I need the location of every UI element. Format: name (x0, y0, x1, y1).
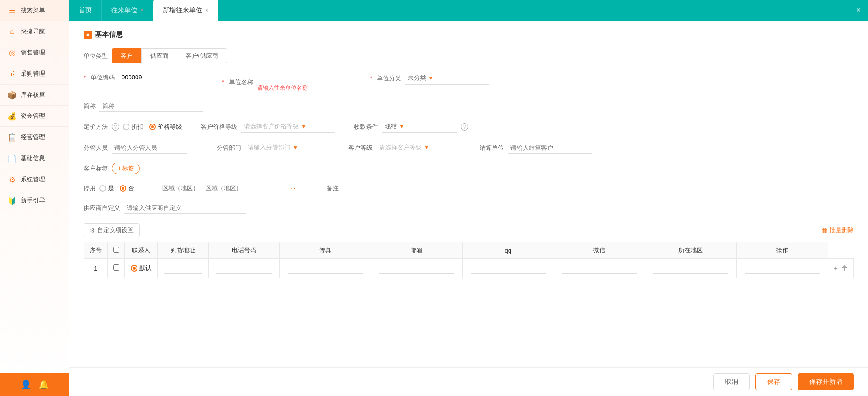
bell-icon[interactable]: 🔔 (38, 380, 49, 390)
customer-price-level-label: 客户价格等级 (201, 123, 237, 131)
chevron-down-icon: ▼ (424, 144, 429, 151)
unit-code-name-row: * 单位编码 * 单位名称 请输入往来单位名称 * 单位分类 (84, 72, 854, 92)
cell-wechat (645, 259, 737, 278)
supplier-custom-row: 供应商自定义 (84, 202, 854, 214)
batch-delete-btn[interactable]: 🗑 批量删除 (822, 226, 854, 234)
chevron-down-icon: ▼ (428, 75, 434, 81)
cell-no: 1 (84, 259, 108, 278)
sidebar-item-sales[interactable]: ◎ 销售管理 (0, 42, 69, 63)
col-select (107, 242, 125, 259)
sidebar-item-guide[interactable]: 🔰 新手引导 (0, 190, 69, 211)
radio-no[interactable]: 否 (120, 184, 134, 193)
sidebar-item-system[interactable]: ⚙ 系统管理 (0, 169, 69, 190)
manager-row: 分管人员 ··· 分管部门 请输入分管部门 ▼ 客户等级 请选择客户等级 ▼ (84, 141, 854, 154)
payment-terms-select[interactable]: 现结 ▼ (382, 120, 457, 133)
address-input[interactable] (216, 263, 272, 274)
sidebar-item-inventory[interactable]: 📦 库存核算 (0, 85, 69, 106)
unit-name-error: 请输入往来单位名称 (257, 84, 351, 92)
fax-input[interactable] (379, 263, 454, 274)
cell-email (462, 259, 554, 278)
region-input[interactable] (203, 183, 287, 194)
settlement-unit-more-btn[interactable]: ··· (596, 144, 603, 152)
col-微信: 微信 (554, 242, 645, 259)
payment-terms-label: 收款条件 (354, 123, 378, 131)
customer-level-group: 客户等级 请选择客户等级 ▼ (348, 141, 461, 154)
radio-price-level[interactable]: 价格等级 (149, 123, 182, 131)
supplier-custom-input[interactable] (124, 202, 246, 214)
user-icon[interactable]: 👤 (21, 380, 31, 390)
save-button[interactable]: 保存 (755, 373, 792, 390)
settlement-unit-input[interactable] (508, 142, 592, 154)
sidebar-item-basic[interactable]: 📄 基础信息 (0, 148, 69, 169)
custom-settings-button[interactable]: ⚙ 自定义项设置 (84, 223, 140, 237)
radio-discount[interactable]: 折扣 (123, 123, 144, 131)
add-tag-button[interactable]: + 标签 (112, 163, 140, 174)
sidebar-item-purchase[interactable]: 🛍 采购管理 (0, 63, 69, 85)
gear-icon: ⚙ (90, 227, 95, 234)
cell-phone (280, 259, 371, 278)
wechat-input[interactable] (653, 263, 728, 274)
department-select[interactable]: 请输入分管部门 ▼ (245, 141, 329, 154)
system-icon: ⚙ (8, 175, 17, 184)
add-row-icon[interactable]: + (834, 264, 838, 272)
unit-name-input[interactable] (257, 72, 351, 83)
tab-partner-list[interactable]: 往来单位 × (102, 0, 153, 21)
col-操作: 操作 (737, 242, 828, 259)
inventory-icon: 📦 (8, 90, 17, 100)
settlement-unit-group: 结算单位 ··· (480, 142, 603, 154)
unit-category-select[interactable]: 未分类 ▼ (405, 72, 489, 85)
sidebar-item-search[interactable]: ☰ 搜索菜单 (0, 0, 69, 21)
customer-price-level-select[interactable]: 请选择客户价格等级 ▼ (241, 120, 335, 133)
close-new-partner-tab[interactable]: × (205, 7, 208, 14)
row-default-radio-circle (131, 265, 137, 272)
sidebar-item-finance[interactable]: 💰 资金管理 (0, 106, 69, 127)
disabled-radio-group: 是 否 (99, 184, 134, 193)
payment-terms-group: 收款条件 现结 ▼ ? (354, 120, 468, 133)
row-region-input[interactable] (745, 263, 820, 274)
supplier-custom-label: 供应商自定义 (84, 204, 120, 212)
delete-row-icon[interactable]: 🗑 (841, 264, 848, 272)
contact-input[interactable] (164, 263, 202, 274)
pricing-tooltip-icon[interactable]: ? (112, 123, 119, 131)
row-checkbox[interactable] (113, 264, 119, 271)
close-partner-list-tab[interactable]: × (140, 7, 144, 14)
save-new-button[interactable]: 保存并新增 (798, 373, 854, 390)
select-all-checkbox[interactable] (113, 247, 119, 253)
col-所在地区: 所在地区 (645, 242, 737, 259)
close-all-tabs[interactable]: × (856, 6, 868, 15)
region-label: 区域（地区） (162, 184, 199, 193)
row-default-radio[interactable]: 默认 (131, 264, 152, 272)
qq-input[interactable] (562, 263, 637, 274)
sidebar-item-quick-nav[interactable]: ⌂ 快捷导航 (0, 21, 69, 42)
customer-level-select[interactable]: 请选择客户等级 ▼ (376, 141, 461, 154)
short-name-input[interactable] (99, 101, 203, 112)
cancel-button[interactable]: 取消 (713, 373, 750, 390)
unit-type-group: 单位类型 客户 供应商 客户/供应商 (84, 48, 227, 63)
col-到货地址: 到货地址 (158, 242, 209, 259)
unit-type-customer[interactable]: 客户 (112, 48, 141, 63)
email-input[interactable] (471, 263, 546, 274)
region-more-btn[interactable]: ··· (291, 184, 298, 193)
tab-home[interactable]: 首页 (69, 0, 102, 21)
unit-code-input[interactable] (119, 72, 203, 83)
radio-yes[interactable]: 是 (99, 184, 114, 193)
cell-checkbox (107, 259, 125, 278)
remark-input[interactable] (343, 183, 483, 194)
sidebar-footer: 👤 🔔 (0, 373, 69, 396)
sidebar-item-operation[interactable]: 📋 经营管理 (0, 127, 69, 148)
cell-default: 默认 (125, 259, 158, 278)
customer-tag-row: 客户标签 + 标签 (84, 163, 854, 174)
unit-type-supplier[interactable]: 供应商 (141, 48, 177, 63)
manager-more-btn[interactable]: ··· (190, 144, 198, 152)
unit-code-group: * 单位编码 (84, 72, 203, 83)
section-header: ■ 基本信息 (84, 30, 854, 39)
col-电话号码: 电话号码 (208, 242, 280, 259)
cell-contact (158, 259, 209, 278)
unit-type-both[interactable]: 客户/供应商 (177, 48, 227, 63)
tab-new-partner[interactable]: 新增往来单位 × (153, 0, 218, 21)
payment-terms-tooltip-icon[interactable]: ? (461, 123, 468, 131)
manager-input[interactable] (112, 142, 187, 154)
remark-group: 备注 (327, 183, 483, 194)
unit-type-buttons: 客户 供应商 客户/供应商 (112, 48, 227, 63)
phone-input[interactable] (288, 263, 363, 274)
